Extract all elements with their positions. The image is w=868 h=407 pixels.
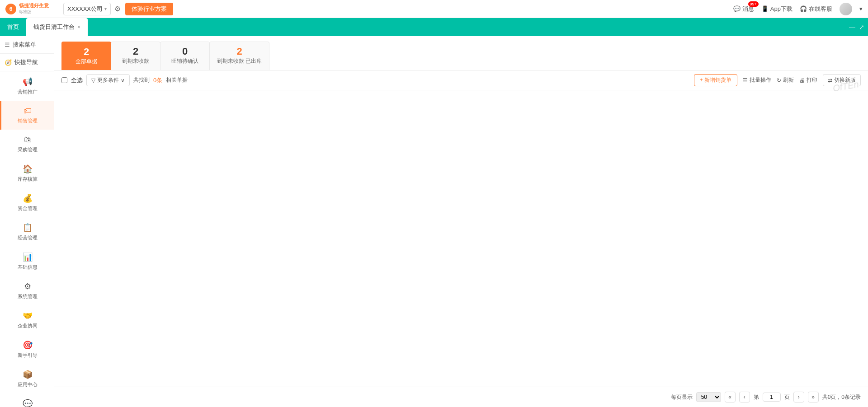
online-service-item[interactable]: 🎧 在线客服 [800, 5, 832, 13]
settings-icon[interactable]: ⚙ [114, 5, 121, 13]
sidebar-item-system[interactable]: ⚙ 系统管理 [0, 276, 54, 305]
sidebar-item-apps[interactable]: 📦 应用中心 [0, 364, 54, 393]
filter-tab-all[interactable]: 2 全部单据 [61, 42, 111, 70]
main-layout: ☰ 搜索菜单 🧭 快捷导航 📢 营销推广 🏷 销售管理 🛍 采购管理 🏠 库存核… [0, 36, 868, 407]
table-area [54, 90, 868, 387]
try-industry-button[interactable]: 体验行业方案 [125, 3, 173, 15]
sales-icon: 🏷 [24, 106, 32, 116]
sidebar-item-operation-label: 经营管理 [18, 234, 38, 241]
filter-tab-wangwang-count: 0 [168, 46, 202, 57]
sidebar-item-guide[interactable]: 🎯 新手引导 [0, 335, 54, 364]
sidebar-item-apps-label: 应用中心 [18, 381, 38, 388]
prev-page-button[interactable]: ‹ [739, 392, 750, 402]
system-icon: ⚙ [24, 281, 31, 291]
tab-minimize-icon[interactable]: — [849, 23, 855, 31]
print-label: 打印 [807, 76, 817, 84]
sidebar-item-marketing[interactable]: 📢 营销推广 [0, 71, 54, 101]
cooperation-icon: 🤝 [23, 311, 33, 321]
refresh-button[interactable]: ↻ 刷新 [777, 76, 794, 84]
tab-home[interactable]: 首页 [0, 18, 26, 36]
sidebar-search[interactable]: ☰ 搜索菜单 [0, 36, 54, 54]
company-chevron-icon: ▾ [104, 6, 107, 11]
select-all-checkbox[interactable] [61, 77, 67, 83]
inventory-icon: 🏠 [23, 164, 33, 174]
message-badge: 99+ [748, 1, 759, 7]
print-icon: 🖨 [799, 77, 805, 84]
logo-icon: 6 [5, 4, 16, 14]
per-page-select[interactable]: 50 10 20 100 [696, 392, 721, 402]
filter-tab-overdue-label: 到期未收款 [122, 58, 149, 64]
filter-icon: ▽ [91, 77, 95, 84]
message-icon: 💬 [733, 5, 741, 12]
filter-tab-shipped-label: 到期未收款 已出库 [217, 58, 262, 64]
search-label: 搜索菜单 [13, 41, 36, 49]
first-page-button[interactable]: « [725, 392, 736, 402]
apps-icon: 📦 [23, 370, 33, 379]
next-page-button[interactable]: › [793, 392, 804, 402]
page-input[interactable] [763, 393, 781, 402]
sidebar-item-sales-label: 销售管理 [18, 117, 38, 124]
guide-icon: 🎯 [23, 340, 33, 350]
filter-tab-all-label: 全部单据 [75, 58, 97, 65]
sidebar-item-cooperation-label: 企业协同 [18, 323, 38, 329]
page-label: 第 [754, 393, 759, 401]
filter-tab-shipped[interactable]: 2 到期未收款 已出库 [209, 42, 269, 70]
batch-operation-button[interactable]: ☰ 批量操作 [743, 76, 771, 84]
tab-maximize-icon[interactable]: ⤢ [859, 23, 864, 31]
sidebar: ☰ 搜索菜单 🧭 快捷导航 📢 营销推广 🏷 销售管理 🛍 采购管理 🏠 库存核… [0, 36, 54, 407]
sidebar-item-sales[interactable]: 🏷 销售管理 [0, 101, 54, 130]
operation-icon: 📋 [23, 223, 33, 233]
sidebar-item-capital[interactable]: 💰 资金管理 [0, 188, 54, 217]
action-right: + 新增销货单 ☰ 批量操作 ↻ 刷新 🖨 打印 ⇄ 切换新版 [694, 74, 861, 86]
nav-icon: 🧭 [5, 59, 12, 66]
sidebar-item-basic-label: 基础信息 [18, 264, 38, 271]
new-order-button[interactable]: + 新增销货单 [694, 74, 737, 86]
sidebar-item-purchase[interactable]: 🛍 采购管理 [0, 130, 54, 159]
page-suffix: 页 [784, 393, 790, 401]
switch-version-button[interactable]: ⇄ 切换新版 [823, 74, 861, 86]
tabs-bar: 首页 钱货日清工作台 × — ⤢ [0, 18, 868, 36]
filter-tabs-row: 2 全部单据 2 到期未收款 0 旺辅待确认 2 到期未收款 已出库 [61, 42, 861, 70]
last-page-button[interactable]: » [808, 392, 819, 402]
filter-tab-wangwang-label: 旺辅待确认 [171, 58, 198, 64]
found-suffix: 相关单据 [166, 76, 188, 84]
sidebar-item-basic[interactable]: 📊 基础信息 [0, 247, 54, 276]
user-name-item[interactable]: ▾ [859, 5, 863, 12]
logo-sub: 标准版 [19, 9, 49, 15]
content-area: 2 全部单据 2 到期未收款 0 旺辅待确认 2 到期未收款 已出库 [54, 36, 868, 407]
tabs-right: — ⤢ [849, 23, 868, 31]
sidebar-item-purchase-label: 采购管理 [18, 146, 38, 153]
sidebar-item-capital-label: 资金管理 [18, 205, 38, 212]
tab-active-label: 钱货日清工作台 [33, 23, 75, 31]
top-header: 6 畅捷通好生意 标准版 XXXXXX公司 ▾ ⚙ 体验行业方案 💬 消息 99… [0, 0, 868, 18]
sidebar-item-operation[interactable]: 📋 经营管理 [0, 217, 54, 247]
avatar[interactable] [840, 3, 852, 15]
sidebar-item-inventory[interactable]: 🏠 库存核算 [0, 159, 54, 188]
batch-icon: ☰ [743, 77, 748, 84]
app-download-item[interactable]: 📱 App下载 [761, 5, 793, 13]
basic-icon: 📊 [23, 252, 33, 262]
filter-tab-overdue[interactable]: 2 到期未收款 [111, 42, 160, 70]
filter-tab-wangwang[interactable]: 0 旺辅待确认 [160, 42, 210, 70]
select-all-label: 全选 [71, 76, 83, 84]
sidebar-quick-nav[interactable]: 🧭 快捷导航 [0, 54, 54, 71]
wechat-icon: 💬 [23, 399, 33, 407]
found-count: 0条 [153, 76, 162, 84]
tab-active[interactable]: 钱货日清工作台 × [26, 18, 88, 36]
sidebar-item-marketing-label: 营销推广 [18, 89, 38, 95]
company-selector[interactable]: XXXXXX公司 ▾ [63, 3, 111, 15]
sidebar-item-wechat[interactable]: 💬 企业微信 [0, 393, 54, 407]
sidebar-item-cooperation[interactable]: 🤝 企业协同 [0, 305, 54, 335]
switch-label: 切换新版 [834, 76, 856, 84]
avatar-image [840, 3, 852, 15]
print-button[interactable]: 🖨 打印 [799, 76, 817, 84]
tab-close-icon[interactable]: × [77, 24, 80, 30]
found-prefix: 共找到 [133, 76, 150, 84]
switch-icon: ⇄ [828, 77, 832, 84]
more-conditions-button[interactable]: ▽ 更多条件 ∨ [86, 74, 130, 86]
message-item[interactable]: 💬 消息 99+ [733, 5, 754, 13]
total-label: 共0页，0条记录 [822, 393, 861, 401]
sidebar-item-inventory-label: 库存核算 [18, 176, 38, 182]
per-page-label: 每页显示 [671, 393, 693, 401]
logo-text: 畅捷通好生意 [19, 3, 49, 9]
